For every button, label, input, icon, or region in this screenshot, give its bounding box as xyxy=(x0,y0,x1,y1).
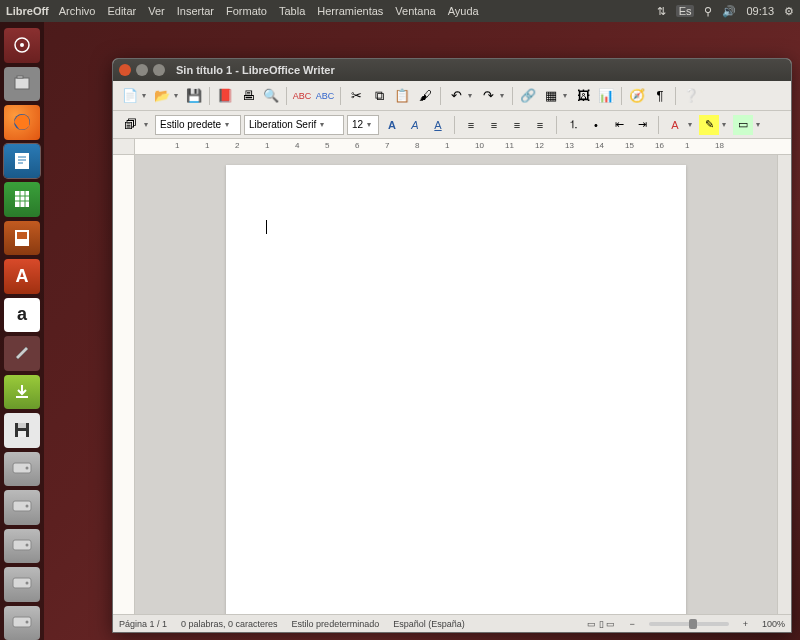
window-minimize-button[interactable] xyxy=(136,64,148,76)
launcher-firefox[interactable] xyxy=(4,105,40,140)
menu-formato[interactable]: Formato xyxy=(226,5,267,17)
keyboard-lang[interactable]: Es xyxy=(676,5,695,17)
bluetooth-icon[interactable]: ⚲ xyxy=(704,5,712,18)
new-doc-dropdown[interactable]: ▾ xyxy=(142,91,150,100)
font-color-dropdown[interactable]: ▾ xyxy=(688,120,696,129)
zoom-plus-icon[interactable]: + xyxy=(743,619,748,629)
align-center-icon[interactable]: ≡ xyxy=(484,115,504,135)
network-icon[interactable]: ⇅ xyxy=(657,5,666,18)
redo-icon[interactable]: ↷ xyxy=(477,85,499,107)
numbered-list-icon[interactable]: ⒈ xyxy=(563,115,583,135)
bg-color-icon[interactable]: ▭ xyxy=(733,115,753,135)
launcher-drive-5[interactable] xyxy=(4,606,40,641)
autospell-icon[interactable]: ABC xyxy=(314,85,336,107)
paragraph-style-combo[interactable]: Estilo predete▾ xyxy=(155,115,241,135)
align-left-icon[interactable]: ≡ xyxy=(461,115,481,135)
paste-icon[interactable]: 📋 xyxy=(391,85,413,107)
format-paintbrush-icon[interactable]: 🖌 xyxy=(414,85,436,107)
ruler-horizontal[interactable]: 112145678110111213141516118 xyxy=(113,139,791,155)
launcher-dash[interactable] xyxy=(4,28,40,63)
titlebar[interactable]: Sin título 1 - LibreOffice Writer xyxy=(113,59,791,81)
underline-icon[interactable]: A xyxy=(428,115,448,135)
table-dropdown[interactable]: ▾ xyxy=(563,91,571,100)
zoom-percent[interactable]: 100% xyxy=(762,619,785,629)
italic-icon[interactable]: A xyxy=(405,115,425,135)
undo-icon[interactable]: ↶ xyxy=(445,85,467,107)
menu-herramientas[interactable]: Herramientas xyxy=(317,5,383,17)
launcher-calc[interactable] xyxy=(4,182,40,217)
volume-icon[interactable]: 🔊 xyxy=(722,5,736,18)
undo-dropdown[interactable]: ▾ xyxy=(468,91,476,100)
increase-indent-icon[interactable]: ⇥ xyxy=(632,115,652,135)
image-icon[interactable]: 🖼 xyxy=(572,85,594,107)
navigator-icon[interactable]: 🧭 xyxy=(626,85,648,107)
align-right-icon[interactable]: ≡ xyxy=(507,115,527,135)
export-pdf-icon[interactable]: 📕 xyxy=(214,85,236,107)
menu-tabla[interactable]: Tabla xyxy=(279,5,305,17)
highlight-icon[interactable]: ✎ xyxy=(699,115,719,135)
font-color-icon[interactable]: A xyxy=(665,115,685,135)
menu-ayuda[interactable]: Ayuda xyxy=(448,5,479,17)
open-icon[interactable]: 📂 xyxy=(151,85,173,107)
styles-dropdown[interactable]: ▾ xyxy=(144,120,152,129)
help-icon[interactable]: ❔ xyxy=(680,85,702,107)
svg-rect-5 xyxy=(15,153,29,169)
table-icon[interactable]: ▦ xyxy=(540,85,562,107)
launcher-files[interactable] xyxy=(4,67,40,102)
launcher-diskette[interactable] xyxy=(4,413,40,448)
bulleted-list-icon[interactable]: • xyxy=(586,115,606,135)
launcher-impress[interactable] xyxy=(4,221,40,256)
ruler-tick: 1 xyxy=(265,141,269,150)
menu-editar[interactable]: Editar xyxy=(107,5,136,17)
document-scroll[interactable] xyxy=(135,155,777,614)
bg-color-dropdown[interactable]: ▾ xyxy=(756,120,764,129)
spellcheck-icon[interactable]: ABC xyxy=(291,85,313,107)
font-size-combo[interactable]: 12▾ xyxy=(347,115,379,135)
document-page[interactable] xyxy=(226,165,686,614)
system-gear-icon[interactable]: ⚙ xyxy=(784,5,794,18)
status-page[interactable]: Página 1 / 1 xyxy=(119,619,167,629)
menu-insertar[interactable]: Insertar xyxy=(177,5,214,17)
menu-ventana[interactable]: Ventana xyxy=(395,5,435,17)
chart-icon[interactable]: 📊 xyxy=(595,85,617,107)
copy-icon[interactable]: ⧉ xyxy=(368,85,390,107)
status-language[interactable]: Español (España) xyxy=(393,619,465,629)
cut-icon[interactable]: ✂ xyxy=(345,85,367,107)
font-name-combo[interactable]: Liberation Serif▾ xyxy=(244,115,344,135)
launcher-drive-4[interactable] xyxy=(4,567,40,602)
menu-ver[interactable]: Ver xyxy=(148,5,165,17)
new-doc-icon[interactable]: 📄 xyxy=(119,85,141,107)
save-icon[interactable]: 💾 xyxy=(183,85,205,107)
window-maximize-button[interactable] xyxy=(153,64,165,76)
decrease-indent-icon[interactable]: ⇤ xyxy=(609,115,629,135)
open-dropdown[interactable]: ▾ xyxy=(174,91,182,100)
status-pagestyle[interactable]: Estilo predeterminado xyxy=(292,619,380,629)
launcher-drive-1[interactable] xyxy=(4,452,40,487)
launcher-settings[interactable] xyxy=(4,336,40,371)
redo-dropdown[interactable]: ▾ xyxy=(500,91,508,100)
bold-icon[interactable]: A xyxy=(382,115,402,135)
launcher-writer[interactable] xyxy=(4,144,40,179)
hyperlink-icon[interactable]: 🔗 xyxy=(517,85,539,107)
menu-archivo[interactable]: Archivo xyxy=(59,5,96,17)
zoom-slider[interactable] xyxy=(649,622,729,626)
launcher-downloads[interactable] xyxy=(4,375,40,410)
nonprinting-icon[interactable]: ¶ xyxy=(649,85,671,107)
launcher-drive-2[interactable] xyxy=(4,490,40,525)
status-wordcount[interactable]: 0 palabras, 0 caracteres xyxy=(181,619,278,629)
styles-icon[interactable]: 🗊 xyxy=(119,114,141,136)
view-layout-icons[interactable]: ▭ ▯ ▭ xyxy=(587,619,615,629)
align-justify-icon[interactable]: ≡ xyxy=(530,115,550,135)
clock[interactable]: 09:13 xyxy=(746,5,774,17)
highlight-dropdown[interactable]: ▾ xyxy=(722,120,730,129)
zoom-minus-icon[interactable]: − xyxy=(629,619,634,629)
ruler-tick: 6 xyxy=(355,141,359,150)
ruler-vertical[interactable] xyxy=(113,155,135,614)
print-icon[interactable]: 🖶 xyxy=(237,85,259,107)
print-preview-icon[interactable]: 🔍 xyxy=(260,85,282,107)
window-close-button[interactable] xyxy=(119,64,131,76)
launcher-drive-3[interactable] xyxy=(4,529,40,564)
launcher-software-center[interactable]: A xyxy=(4,259,40,294)
vertical-scrollbar[interactable] xyxy=(777,155,791,614)
launcher-amazon[interactable]: a xyxy=(4,298,40,333)
